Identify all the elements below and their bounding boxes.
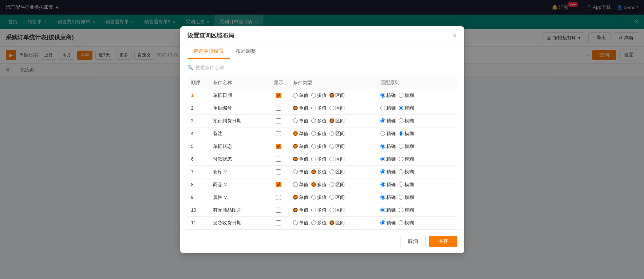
display-checkbox[interactable] (276, 118, 281, 123)
match-radio[interactable] (380, 144, 385, 149)
type-radio-item[interactable]: 单值 (293, 105, 308, 111)
type-radio-item[interactable]: 多值 (311, 92, 327, 99)
type-radio-item[interactable]: 多值 (311, 207, 327, 213)
display-checkbox[interactable] (276, 169, 281, 174)
type-radio-item[interactable]: 多值 (311, 130, 327, 137)
display-checkbox[interactable] (276, 157, 281, 162)
match-radio-item[interactable]: 模糊 (399, 130, 414, 137)
type-radio[interactable] (293, 220, 298, 225)
type-radio[interactable] (293, 131, 298, 136)
type-radio[interactable] (293, 144, 298, 149)
match-radio[interactable] (380, 93, 385, 98)
type-radio-item[interactable]: 区间 (329, 105, 345, 111)
type-radio-item[interactable]: 单值 (293, 181, 308, 188)
match-radio[interactable] (399, 106, 403, 110)
type-radio[interactable] (329, 220, 334, 225)
type-radio-item[interactable]: 单值 (293, 194, 308, 201)
type-radio[interactable] (329, 106, 334, 110)
match-radio[interactable] (399, 131, 403, 136)
type-radio-item[interactable]: 单值 (293, 143, 308, 150)
type-radio[interactable] (311, 220, 316, 225)
match-radio[interactable] (399, 118, 403, 123)
type-radio[interactable] (311, 93, 316, 98)
match-radio-item[interactable]: 精确 (380, 181, 396, 188)
type-radio[interactable] (293, 195, 298, 200)
search-input[interactable] (195, 65, 254, 70)
type-radio-item[interactable]: 多值 (311, 181, 327, 188)
match-radio[interactable] (380, 157, 385, 161)
type-radio[interactable] (293, 106, 298, 110)
type-radio-item[interactable]: 多值 (311, 156, 327, 162)
match-radio-item[interactable]: 模糊 (399, 181, 414, 188)
type-radio-item[interactable]: 多值 (311, 118, 327, 124)
match-radio-item[interactable]: 精确 (380, 220, 396, 226)
type-radio-item[interactable]: 多值 (311, 105, 327, 111)
match-radio[interactable] (399, 182, 403, 187)
match-radio-item[interactable]: 模糊 (399, 92, 414, 99)
type-radio-item[interactable]: 单值 (293, 92, 308, 99)
match-radio[interactable] (399, 208, 403, 212)
match-radio[interactable] (399, 93, 403, 98)
cancel-button[interactable]: 取消 (400, 236, 426, 247)
match-radio-item[interactable]: 模糊 (399, 220, 414, 226)
tab-layout-adjust[interactable]: 布局调整 (230, 44, 262, 59)
match-radio-item[interactable]: 模糊 (399, 143, 414, 150)
match-radio-item[interactable]: 模糊 (399, 169, 414, 175)
match-radio[interactable] (380, 106, 385, 110)
match-radio[interactable] (399, 195, 403, 200)
type-radio[interactable] (329, 195, 334, 200)
type-radio[interactable] (329, 93, 334, 98)
display-checkbox[interactable] (276, 208, 281, 213)
type-radio[interactable] (329, 208, 334, 212)
type-radio-item[interactable]: 区间 (329, 220, 345, 226)
type-radio[interactable] (329, 182, 334, 187)
type-radio[interactable] (311, 208, 316, 212)
type-radio[interactable] (311, 144, 316, 149)
match-radio-item[interactable]: 精确 (380, 194, 396, 201)
type-radio[interactable] (329, 144, 334, 149)
match-radio[interactable] (399, 169, 403, 174)
type-radio[interactable] (311, 118, 316, 123)
type-radio-item[interactable]: 区间 (329, 169, 345, 175)
type-radio-item[interactable]: 区间 (329, 207, 345, 213)
type-radio-item[interactable]: 区间 (329, 194, 345, 201)
type-radio-item[interactable]: 单值 (293, 220, 308, 226)
type-radio-item[interactable]: 区间 (329, 156, 345, 162)
match-radio-item[interactable]: 模糊 (399, 156, 414, 162)
type-radio[interactable] (293, 118, 298, 123)
type-radio-item[interactable]: 单值 (293, 156, 308, 162)
type-radio-item[interactable]: 区间 (329, 143, 345, 150)
match-radio-item[interactable]: 精确 (380, 207, 396, 213)
match-radio-item[interactable]: 精确 (380, 105, 396, 111)
type-radio[interactable] (311, 131, 316, 136)
type-radio-item[interactable]: 多值 (311, 143, 327, 150)
match-radio[interactable] (399, 144, 403, 149)
type-radio-item[interactable]: 单值 (293, 118, 308, 124)
display-checkbox[interactable] (276, 106, 281, 111)
match-radio[interactable] (399, 220, 403, 225)
tab-query-fields[interactable]: 查询字段设置 (187, 44, 230, 59)
type-radio[interactable] (293, 169, 298, 174)
match-radio[interactable] (380, 131, 385, 136)
match-radio-item[interactable]: 精确 (380, 156, 396, 162)
match-radio[interactable] (380, 220, 385, 225)
type-radio-item[interactable]: 多值 (311, 194, 327, 201)
type-radio[interactable] (311, 106, 316, 110)
type-radio[interactable] (311, 157, 316, 161)
type-radio-item[interactable]: 区间 (329, 92, 345, 99)
type-radio[interactable] (329, 118, 334, 123)
type-radio-item[interactable]: 单值 (293, 169, 308, 175)
match-radio-item[interactable]: 模糊 (399, 194, 414, 201)
type-radio-item[interactable]: 区间 (329, 118, 345, 124)
type-radio-item[interactable]: 区间 (329, 130, 345, 137)
type-radio[interactable] (293, 157, 298, 161)
type-radio[interactable] (293, 208, 298, 212)
type-radio-item[interactable]: 多值 (311, 169, 327, 175)
match-radio-item[interactable]: 精确 (380, 130, 396, 137)
match-radio[interactable] (380, 118, 385, 123)
type-radio[interactable] (311, 169, 316, 174)
display-checkbox[interactable] (276, 195, 281, 200)
match-radio-item[interactable]: 精确 (380, 118, 396, 124)
match-radio[interactable] (380, 208, 385, 212)
match-radio-item[interactable]: 模糊 (399, 105, 414, 111)
